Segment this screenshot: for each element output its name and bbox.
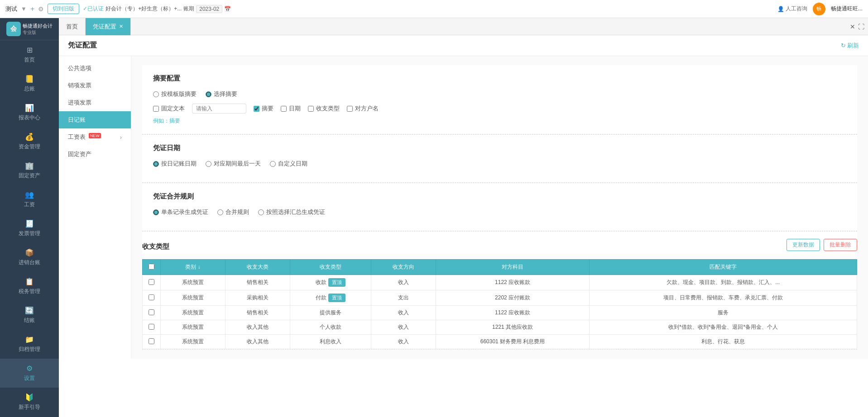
fixed-text-input[interactable] [192,104,246,114]
radio-single-record-input[interactable] [153,209,159,215]
home-icon: ⊞ [27,46,33,54]
row-checkbox[interactable] [149,294,154,300]
checkbox-summary-input[interactable] [254,106,259,112]
checkbox-fixed-text[interactable]: 固定文本 [153,104,185,113]
left-nav-item-payroll-sheet[interactable]: 工资表 NEW › [59,128,131,146]
left-nav: 公共选项 销项发票 进项发票 日记账 工资表 NEW [59,56,131,359]
sidebar-logo: 会 畅捷通好会计 专业版 [0,18,59,40]
fund-icon: 💰 [25,133,34,141]
summary-section: 摘要配置 按模板版摘要 选择摘要 [142,65,857,134]
right-content: 摘要配置 按模板版摘要 选择摘要 [131,56,868,359]
radio-period-last[interactable]: 对应期间最后一天 [206,160,261,168]
radio-custom-date-input[interactable] [270,161,276,167]
left-nav-item-public[interactable]: 公共选项 [59,60,131,77]
row-direction: 收入 [371,275,436,290]
sidebar-item-fund[interactable]: 💰 资金管理 [0,127,59,156]
sidebar-item-invoice[interactable]: 🧾 发票管理 [0,214,59,243]
logo-icon: 会 [6,22,21,36]
row-major-type: 收入其他 [225,335,290,349]
radio-period-last-input[interactable] [206,161,211,167]
checkbox-counterpart-input[interactable] [347,106,353,112]
radio-journal-date-input[interactable] [153,161,159,167]
radio-select-summary[interactable]: 选择摘要 [206,90,237,98]
row-checkbox[interactable] [149,309,154,315]
tab-close-icon[interactable]: ✕ [119,24,123,29]
checkbox-pay-type-input[interactable] [308,106,314,112]
sidebar-item-label: 报表中心 [19,114,40,122]
row-match-keyword: 利息、行花、获息 [590,335,857,349]
sidebar-item-tax[interactable]: 📋 税务管理 [0,272,59,301]
example-text: 例如：摘要 [153,117,846,125]
row-checkbox[interactable] [149,279,154,285]
tab-action-close[interactable]: ✕ [850,23,855,30]
left-nav-item-fixed-assets[interactable]: 固定资产 [59,146,131,163]
radio-custom-date[interactable]: 自定义日期 [270,160,307,168]
row-category: 系统预置 [161,290,225,306]
sidebar-item-guide[interactable]: 🔰 新手引导 [0,388,59,417]
tab-action-expand[interactable]: ⛶ [858,23,864,30]
checkbox-date[interactable]: 日期 [281,104,301,113]
tag-button[interactable]: 置顶 [328,278,345,287]
checkbox-fixed-text-input[interactable] [153,106,159,112]
col-counterpart-subject: 对方科目 [436,260,589,275]
tab-home[interactable]: 首页 [59,18,86,35]
new-badge: NEW [89,133,101,138]
gear-icon[interactable]: ⚙ [38,5,44,13]
row-checkbox-cell[interactable] [143,290,161,306]
row-checkbox-cell[interactable] [143,306,161,320]
radio-select-summary-gen[interactable]: 按照选择汇总生成凭证 [258,208,325,216]
row-checkbox[interactable] [149,324,154,330]
tab-voucher-config[interactable]: 凭证配置 ✕ [86,18,131,35]
row-checkbox-cell[interactable] [143,275,161,290]
row-checkbox-cell[interactable] [143,320,161,335]
radio-journal-date[interactable]: 按日记账日期 [153,160,197,168]
select-all-checkbox[interactable] [149,264,154,270]
sidebar-item-home[interactable]: ⊞ 首页 [0,40,59,69]
switch-version-button[interactable]: 切到旧版 [48,4,79,14]
fixed-assets-icon: 🏢 [25,161,34,170]
left-nav-item-journal[interactable]: 日记账 [59,111,131,128]
row-checkbox[interactable] [149,338,154,344]
sidebar-item-archive[interactable]: 📁 归档管理 [0,330,59,359]
refresh-button[interactable]: ↻ 刷新 [841,42,859,50]
row-category: 系统预置 [161,320,225,335]
ledger-icon: 📒 [25,75,34,83]
purchase-sale-icon: 📦 [25,248,34,257]
sidebar-item-label: 总账 [24,85,35,93]
checkbox-date-input[interactable] [281,106,287,112]
row-counterpart-subject: 1122 应收账款 [436,275,589,290]
row-category: 系统预置 [161,275,225,290]
left-nav-item-purchase-invoice[interactable]: 进项发票 [59,94,131,111]
radio-template-summary[interactable]: 按模板版摘要 [153,90,197,98]
checkbox-pay-type[interactable]: 收支类型 [308,104,340,113]
radio-merge-rules[interactable]: 合并规则 [217,208,249,216]
page-content: 凭证配置 ↻ 刷新 公共选项 销项发票 进项发票 [59,35,868,417]
radio-single-record[interactable]: 单条记录生成凭证 [153,208,208,216]
left-nav-item-sales-invoice[interactable]: 销项发票 [59,77,131,94]
radio-select-summary-gen-input[interactable] [258,209,264,215]
row-counterpart-subject: 2202 应付账款 [436,290,589,306]
sidebar-item-purchase-sale[interactable]: 📦 进销台账 [0,243,59,272]
sidebar-item-settlement[interactable]: 🔄 结账 [0,301,59,330]
row-pay-type: 提供服务 [290,306,371,320]
sidebar-item-fixed-assets[interactable]: 🏢 固定资产 [0,156,59,185]
sidebar-item-payroll[interactable]: 👥 工资 [0,185,59,214]
tag-button[interactable]: 置顶 [328,294,345,302]
radio-merge-rules-input[interactable] [217,209,223,215]
checkbox-summary[interactable]: 摘要 [254,104,273,113]
checkbox-counterpart[interactable]: 对方户名 [347,104,379,113]
update-data-button[interactable]: 更新数据 [786,239,820,251]
calendar-icon[interactable]: 📅 [224,6,231,12]
add-icon[interactable]: + [30,5,34,13]
user-name[interactable]: 畅捷通旺旺... [831,5,863,13]
settings-icon: ⚙ [26,364,33,373]
support-button[interactable]: 👤 人工咨询 [777,5,807,13]
radio-template-summary-input[interactable] [153,91,159,97]
sidebar-item-settings[interactable]: ⚙ 设置 [0,359,59,388]
sidebar-item-reports[interactable]: 📊 报表中心 [0,98,59,127]
radio-select-summary-input[interactable] [206,91,211,97]
sidebar-item-general-ledger[interactable]: 📒 总账 [0,69,59,98]
batch-delete-button[interactable]: 批量删除 [824,239,857,251]
row-checkbox-cell[interactable] [143,335,161,349]
dropdown-arrow-icon[interactable]: ▼ [21,5,27,12]
